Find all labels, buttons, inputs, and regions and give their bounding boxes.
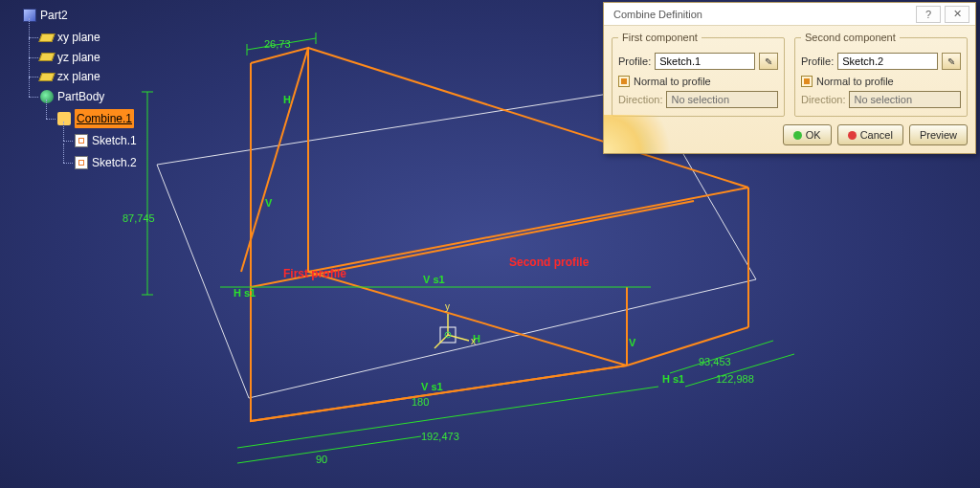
- cancel-dot-icon: [848, 131, 857, 140]
- dim-bottom-mid2: 180: [412, 396, 429, 408]
- combine-definition-dialog: Combine Definition ? ✕ First component P…: [603, 2, 976, 154]
- origin-triad: y x: [434, 301, 476, 348]
- svg-text:V s1: V s1: [423, 274, 445, 285]
- dialog-title: Combine Definition: [613, 9, 912, 20]
- direction2-input: No selection: [849, 91, 961, 108]
- svg-text:H s1: H s1: [662, 373, 684, 385]
- svg-text:V s1: V s1: [421, 381, 443, 392]
- svg-text:y: y: [445, 301, 450, 312]
- first-component-group: First component Profile: Sketch.1 ✎ Norm…: [612, 32, 785, 117]
- ok-dot-icon: [793, 131, 802, 140]
- label-first-profile: First profile: [283, 267, 346, 280]
- sketch-picker-1-button[interactable]: ✎: [759, 53, 778, 70]
- sketch-picker-2-button[interactable]: ✎: [942, 53, 961, 70]
- direction1-input: No selection: [666, 91, 778, 108]
- svg-text:V: V: [629, 337, 636, 348]
- dim-left: 87,745: [122, 212, 155, 224]
- cancel-button[interactable]: Cancel: [837, 124, 903, 145]
- second-component-group: Second component Profile: Sketch.2 ✎ Nor…: [794, 32, 968, 117]
- help-button[interactable]: ?: [916, 6, 941, 23]
- ok-button[interactable]: OK: [783, 124, 832, 145]
- svg-text:V: V: [265, 197, 273, 209]
- profile2-input[interactable]: Sketch.2: [837, 53, 938, 70]
- dim-top: 26,73: [264, 38, 291, 50]
- checkbox-icon: [801, 76, 813, 87]
- normal1-checkbox[interactable]: Normal to profile: [618, 76, 711, 87]
- close-button[interactable]: ✕: [945, 6, 969, 23]
- dialog-titlebar[interactable]: Combine Definition ? ✕: [604, 3, 975, 26]
- profile1-input[interactable]: Sketch.1: [655, 53, 755, 70]
- dim-right: 93,453: [699, 356, 731, 367]
- checkbox-icon: [618, 76, 630, 87]
- svg-text:H: H: [283, 94, 291, 105]
- svg-text:x: x: [471, 336, 476, 346]
- label-second-profile: Second profile: [509, 255, 590, 269]
- svg-line-5: [251, 366, 627, 421]
- dim-bottom-mid: 192,473: [421, 431, 459, 442]
- svg-line-15: [237, 436, 421, 463]
- dim-bottom-small: 90: [316, 454, 327, 465]
- normal2-checkbox[interactable]: Normal to profile: [801, 76, 894, 87]
- preview-button[interactable]: Preview: [909, 124, 968, 145]
- dim-right2: 122,988: [716, 373, 754, 385]
- svg-text:H s1: H s1: [234, 287, 256, 299]
